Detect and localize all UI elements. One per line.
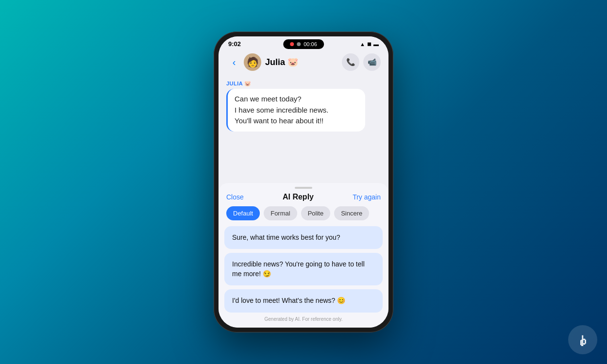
camera-dot: [297, 42, 301, 46]
reply-option-2[interactable]: Incredible news? You're going to have to…: [224, 253, 383, 285]
status-time: 9:02: [228, 40, 241, 48]
message-area: JULIA 🐷 Can we meet today? I have some i…: [219, 76, 388, 183]
avatar: 🧑: [244, 53, 261, 71]
nav-bar: ‹ 🧑 Julia 🐷 📞 📹: [219, 50, 388, 76]
video-button[interactable]: 📹: [363, 53, 381, 71]
message-line2: I have some incredible news.: [235, 106, 328, 114]
back-icon: ‹: [233, 57, 236, 68]
message-line1: Can we meet today?: [235, 95, 302, 103]
call-button[interactable]: 📞: [342, 53, 359, 71]
phone-frame: 9:02 00:06 ▲ ◼ ▬ ‹ 🧑 Julia 🐷: [214, 32, 393, 332]
brand-logo: ꞗ: [579, 332, 587, 348]
reply-option-3[interactable]: I'd love to meet! What's the news? 😊: [224, 289, 383, 313]
sender-label: JULIA 🐷: [226, 81, 381, 87]
tone-default[interactable]: Default: [226, 206, 260, 220]
tone-formal[interactable]: Formal: [264, 206, 297, 220]
brand-circle: ꞗ: [568, 325, 597, 354]
brand-watermark: ꞗ: [568, 325, 597, 354]
call-icon: 📞: [346, 58, 355, 66]
tone-sincere[interactable]: Sincere: [334, 206, 369, 220]
tone-polite[interactable]: Polite: [301, 206, 331, 220]
try-again-button[interactable]: Try again: [353, 193, 381, 201]
wifi-icon: ▲: [360, 41, 365, 47]
status-bar: 9:02 00:06 ▲ ◼ ▬: [219, 36, 388, 50]
video-icon: 📹: [368, 58, 377, 66]
call-timer: 00:06: [304, 41, 317, 47]
tone-selector: Default Formal Polite Sincere: [219, 206, 388, 226]
close-button[interactable]: Close: [226, 193, 244, 201]
contact-name: Julia 🐷: [265, 57, 298, 67]
signal-icon: ◼: [367, 41, 371, 47]
reply-options: Sure, what time works best for you? Incr…: [219, 226, 388, 313]
phone-screen: 9:02 00:06 ▲ ◼ ▬ ‹ 🧑 Julia 🐷: [219, 36, 388, 328]
status-icons: ▲ ◼ ▬: [360, 41, 379, 47]
message-line3: You'll want to hear about it!!: [235, 116, 323, 125]
ai-reply-title: AI Reply: [283, 193, 314, 201]
battery-icon: ▬: [373, 41, 379, 47]
message-text: Can we meet today? I have some incredibl…: [235, 94, 358, 127]
ai-reply-header: Close AI Reply Try again: [219, 191, 388, 206]
reply-option-1[interactable]: Sure, what time works best for you?: [224, 226, 383, 249]
ai-footer: Generated by AI. For reference only.: [219, 313, 388, 322]
ai-reply-panel: Close AI Reply Try again Default Formal …: [219, 183, 388, 328]
nav-contact: 🧑 Julia 🐷: [244, 53, 342, 71]
nav-actions: 📞 📹: [342, 53, 381, 71]
record-dot: [290, 42, 294, 46]
message-bubble: Can we meet today? I have some incredibl…: [226, 89, 365, 132]
back-button[interactable]: ‹: [226, 54, 242, 70]
handle-bar: [295, 187, 312, 189]
drag-handle: [219, 183, 388, 191]
status-notch: 00:06: [283, 39, 324, 49]
